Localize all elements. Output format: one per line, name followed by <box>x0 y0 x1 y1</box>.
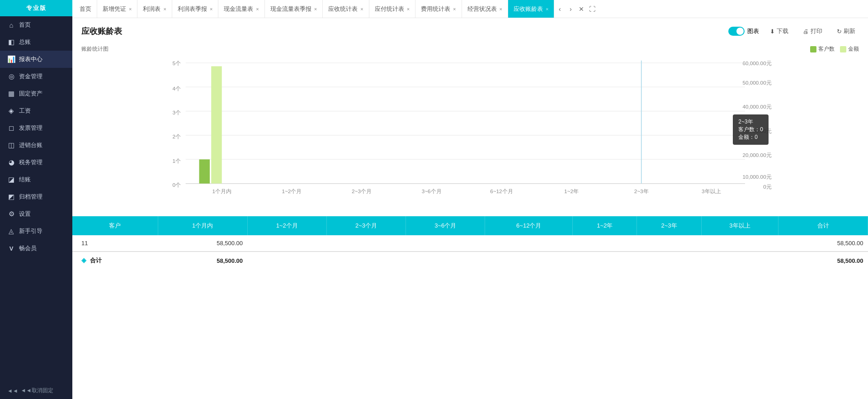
cell-month23 <box>326 235 406 252</box>
svg-text:40,000.00元: 40,000.00元 <box>743 104 772 109</box>
tab-profit-label: 利润表 <box>143 5 160 13</box>
col-header-month1: 1个月内 <box>158 216 247 235</box>
refresh-button[interactable]: ↻ 刷新 <box>833 25 859 37</box>
tab-expense-stats[interactable]: 费用统计表 × <box>415 0 462 18</box>
tab-cashflow-season[interactable]: 现金流量表季报 × <box>265 0 323 18</box>
tab-biz-status-label: 经营状况表 <box>467 5 497 13</box>
sidebar-item-report[interactable]: 📊 报表中心 <box>0 51 72 68</box>
col-header-month23: 2~3个月 <box>326 216 406 235</box>
page-header: 应收账龄表 图表 ⬇ 下载 🖨 打印 ↻ 刷新 <box>72 18 868 41</box>
sidebar-item-tax[interactable]: ◕ 税务管理 <box>0 154 72 171</box>
fund-icon: ◎ <box>7 72 15 81</box>
sidebar-collapse-button[interactable]: ◄◄ ◄◄取消固定 <box>0 382 72 399</box>
footer-month1: 58,500.00 <box>158 252 247 269</box>
footer-label-text: 合计 <box>90 257 102 264</box>
tab-expand-button[interactable]: ⛶ <box>587 0 598 18</box>
vip-icon: V <box>7 245 15 252</box>
chart-area: 账龄统计图 客户数 金额 5个 4个 3个 2个 1个 <box>72 41 868 213</box>
cell-customer: 11 <box>72 235 158 252</box>
tab-biz-status-close[interactable]: × <box>500 6 502 12</box>
tab-next-button[interactable]: › <box>565 0 576 18</box>
tab-profit[interactable]: 利润表 × <box>137 0 172 18</box>
bar-amount-1[interactable] <box>211 66 222 183</box>
sidebar-item-guide[interactable]: ◬ 新手引导 <box>0 223 72 240</box>
col-header-month12: 1~2个月 <box>247 216 326 235</box>
sidebar-label-fund: 资金管理 <box>19 72 42 81</box>
tab-cashflow-label: 现金流量表 <box>224 5 253 13</box>
tab-cashflow[interactable]: 现金流量表 × <box>218 0 264 18</box>
legend-amount-dot <box>840 46 846 52</box>
tab-ar-aging-close[interactable]: × <box>546 6 548 12</box>
app-logo: 专业版 <box>0 0 72 16</box>
footer-month612 <box>485 252 573 269</box>
tab-cashflow-close[interactable]: × <box>256 6 259 12</box>
tab-bar: 首页 新增凭证 × 利润表 × 利润表季报 × 现金流量表 × 现金流量表季报 … <box>72 0 868 18</box>
refresh-icon: ↻ <box>837 28 842 35</box>
table-row[interactable]: 11 58,500.00 58,500.00 <box>72 235 868 252</box>
svg-text:3~6个月: 3~6个月 <box>422 188 442 194</box>
tab-ap-stats-close[interactable]: × <box>407 6 410 12</box>
collapse-label: ◄◄取消固定 <box>21 387 53 394</box>
tab-close-all-button[interactable]: ✕ <box>576 0 587 18</box>
sidebar-item-salesledger[interactable]: ◫ 进销台账 <box>0 137 72 154</box>
tab-home[interactable]: 首页 <box>74 0 97 18</box>
footer-year12 <box>573 252 637 269</box>
tab-expense-stats-close[interactable]: × <box>453 6 456 12</box>
tab-ar-aging[interactable]: 应收账龄表 × <box>508 0 554 18</box>
svg-text:60,000.00元: 60,000.00元 <box>743 60 772 66</box>
footer-year23 <box>637 252 701 269</box>
sidebar-item-archive[interactable]: ◩ 归档管理 <box>0 188 72 205</box>
tab-cashflow-season-close[interactable]: × <box>314 6 317 12</box>
print-button[interactable]: 🖨 打印 <box>799 25 826 37</box>
sidebar-item-checkout[interactable]: ◪ 结账 <box>0 171 72 188</box>
bar-customer-1[interactable] <box>199 159 210 183</box>
sidebar-item-salary[interactable]: ◈ 工资 <box>0 102 72 119</box>
tab-profit-season[interactable]: 利润表季报 × <box>172 0 218 18</box>
chart-container[interactable]: 5个 4个 3个 2个 1个 0个 60,000.00元 50,000.00元 … <box>81 56 859 200</box>
col-header-year3plus: 3年以上 <box>701 216 778 235</box>
tab-ar-stats[interactable]: 应收统计表 × <box>323 0 369 18</box>
asset-icon: ▦ <box>7 90 15 98</box>
sidebar-item-asset[interactable]: ▦ 固定资产 <box>0 85 72 102</box>
download-button[interactable]: ⬇ 下载 <box>766 25 792 37</box>
footer-month23 <box>326 252 406 269</box>
svg-text:50,000.00元: 50,000.00元 <box>743 80 772 86</box>
legend-customer-dot <box>810 46 816 52</box>
sidebar-item-settings[interactable]: ⚙ 设置 <box>0 205 72 223</box>
sidebar-item-home[interactable]: ⌂ 首页 <box>0 16 72 33</box>
tax-icon: ◕ <box>7 158 15 166</box>
tab-biz-status[interactable]: 经营状况表 × <box>462 0 508 18</box>
tab-voucher-close[interactable]: × <box>129 6 132 12</box>
sidebar-item-vip[interactable]: V 畅会员 <box>0 240 72 257</box>
chart-toggle[interactable] <box>728 27 745 36</box>
tab-voucher[interactable]: 新增凭证 × <box>97 0 137 18</box>
cell-total: 58,500.00 <box>778 235 868 252</box>
chart-title: 账龄统计图 <box>81 45 859 53</box>
tab-ar-stats-label: 应收统计表 <box>328 5 358 13</box>
table-header-row: 客户 1个月内 1~2个月 2~3个月 3~6个月 6~12个月 1~2年 2~… <box>72 216 868 235</box>
aging-table: 客户 1个月内 1~2个月 2~3个月 3~6个月 6~12个月 1~2年 2~… <box>72 216 868 269</box>
refresh-label: 刷新 <box>844 27 855 35</box>
svg-text:2~3个月: 2~3个月 <box>352 188 372 194</box>
tab-profit-season-label: 利润表季报 <box>178 5 207 13</box>
svg-text:0个: 0个 <box>172 182 181 188</box>
tab-profit-close[interactable]: × <box>163 6 166 12</box>
tab-ar-stats-close[interactable]: × <box>360 6 363 12</box>
sidebar-item-invoice[interactable]: ◻ 发票管理 <box>0 119 72 137</box>
tab-profit-season-close[interactable]: × <box>210 6 212 12</box>
tab-prev-button[interactable]: ‹ <box>554 0 565 18</box>
ledger-icon: ◧ <box>7 38 15 46</box>
svg-text:4个: 4个 <box>172 86 181 91</box>
collapse-icon: ◄◄ <box>7 388 18 394</box>
sidebar-label-invoice: 发票管理 <box>19 124 42 132</box>
tab-ar-aging-label: 应收账龄表 <box>514 5 543 13</box>
tab-ap-stats[interactable]: 应付统计表 × <box>369 0 415 18</box>
sidebar-item-fund[interactable]: ◎ 资金管理 <box>0 68 72 85</box>
main-content: 首页 新增凭证 × 利润表 × 利润表季报 × 现金流量表 × 现金流量表季报 … <box>72 0 868 399</box>
cell-year23 <box>637 235 701 252</box>
sidebar-item-ledger[interactable]: ◧ 总账 <box>0 33 72 51</box>
svg-text:20,000.00元: 20,000.00元 <box>743 152 772 158</box>
download-icon: ⬇ <box>770 28 775 35</box>
svg-text:6~12个月: 6~12个月 <box>490 188 513 194</box>
sidebar-label-guide: 新手引导 <box>19 227 42 235</box>
